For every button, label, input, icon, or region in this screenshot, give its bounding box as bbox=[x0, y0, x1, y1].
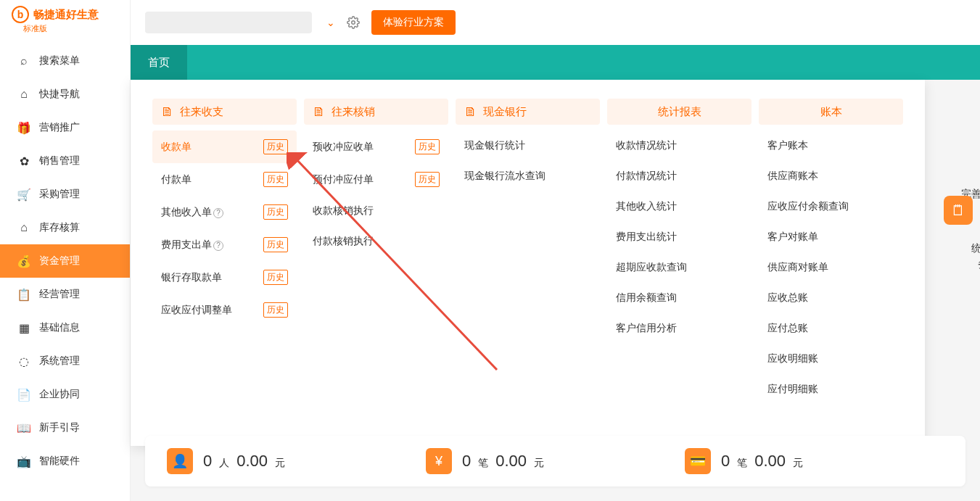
mega-menu-item[interactable]: 客户账本 bbox=[759, 131, 903, 161]
sidebar-item-sales[interactable]: ✿销售管理 bbox=[0, 144, 130, 178]
mega-menu-item-label: 信用余额查询 bbox=[616, 291, 677, 305]
clipboard-icon: 📋 bbox=[17, 288, 30, 301]
sidebar-item-label: 库存核算 bbox=[39, 221, 80, 234]
mega-menu-item-label: 其他收入单? bbox=[161, 206, 223, 219]
brand-icon: b bbox=[12, 6, 29, 23]
help-icon[interactable]: ? bbox=[213, 241, 223, 251]
mega-column: 统计报表收款情况统计付款情况统计其他收入统计费用支出统计超期应收款查询信用余额查… bbox=[607, 99, 752, 427]
sidebar-item-operation[interactable]: 📋经营管理 bbox=[0, 278, 130, 311]
mega-menu-item-label: 供应商账本 bbox=[767, 170, 818, 183]
history-badge[interactable]: 历史 bbox=[263, 139, 288, 154]
sidebar-item-label: 基础信息 bbox=[39, 321, 80, 334]
mega-menu-item[interactable]: 应收总账 bbox=[759, 283, 903, 313]
company-selector[interactable] bbox=[145, 12, 312, 33]
gear-icon: ◌ bbox=[17, 355, 30, 368]
mega-menu-item-label: 费用支出统计 bbox=[616, 231, 677, 244]
history-badge[interactable]: 历史 bbox=[263, 172, 288, 187]
mega-menu-item[interactable]: 应付总账 bbox=[759, 313, 903, 344]
sidebar-item-basicinfo[interactable]: ▦基础信息 bbox=[0, 311, 130, 344]
search-icon: ⌕ bbox=[17, 54, 30, 67]
mega-menu-item[interactable]: 供应商账本 bbox=[759, 161, 903, 191]
sidebar-item-guide[interactable]: 📖新手引导 bbox=[0, 411, 130, 444]
mega-menu-item[interactable]: 信用余额查询 bbox=[607, 283, 752, 313]
mega-menu-item[interactable]: 供应商对账单 bbox=[759, 252, 903, 283]
sidebar-item-collab[interactable]: 📄企业协同 bbox=[0, 378, 130, 411]
stat-text: 0人 0.00元 bbox=[203, 452, 285, 471]
settings-icon[interactable] bbox=[347, 16, 360, 29]
mega-menu-item[interactable]: 其他收入统计 bbox=[607, 191, 752, 222]
sidebar-item-label: 经营管理 bbox=[39, 288, 80, 301]
brand-logo: b 畅捷通好生意 bbox=[0, 0, 130, 26]
document-icon: 🗎 bbox=[161, 104, 174, 120]
mega-menu-item[interactable]: 收款情况统计 bbox=[607, 131, 752, 161]
mega-menu-item[interactable]: 预付冲应付单历史 bbox=[304, 163, 448, 196]
mega-column-title: 账本 bbox=[820, 105, 842, 119]
brand-name: 畅捷通好生意 bbox=[33, 8, 99, 22]
mega-menu-item[interactable]: 付款情况统计 bbox=[607, 161, 752, 191]
mega-menu-item[interactable]: 费用支出单?历史 bbox=[152, 228, 297, 261]
sidebar-item-label: 系统管理 bbox=[39, 355, 80, 368]
try-plan-button[interactable]: 体验行业方案 bbox=[371, 10, 456, 35]
mega-menu-item[interactable]: 预收冲应收单历史 bbox=[304, 131, 448, 163]
history-badge[interactable]: 历史 bbox=[415, 172, 440, 187]
mega-menu-item[interactable]: 超期应收款查询 bbox=[607, 252, 752, 283]
sidebar-item-purchase[interactable]: 🛒采购管理 bbox=[0, 178, 130, 211]
mega-menu-item[interactable]: 应付明细账 bbox=[759, 374, 903, 405]
brand-edition: 标准版 bbox=[23, 23, 130, 38]
mega-menu-item-label: 应收应付余额查询 bbox=[767, 200, 849, 213]
mega-menu-item[interactable]: 银行存取款单历史 bbox=[152, 261, 297, 294]
mega-menu-item-label: 应付明细账 bbox=[767, 383, 818, 396]
sidebar-item-hardware[interactable]: 📺智能硬件 bbox=[0, 444, 130, 478]
mega-menu-item[interactable]: 客户对账单 bbox=[759, 222, 903, 252]
sidebar-item-search[interactable]: ⌕搜索菜单 bbox=[0, 44, 130, 78]
sidebar-item-system[interactable]: ◌系统管理 bbox=[0, 344, 130, 378]
stat-text: 0笔 0.00元 bbox=[462, 452, 544, 471]
mega-menu-item[interactable]: 收款单历史 bbox=[152, 131, 297, 163]
history-badge[interactable]: 历史 bbox=[263, 204, 288, 220]
sidebar-item-inventory[interactable]: ⌂库存核算 bbox=[0, 211, 130, 244]
mega-menu-item[interactable]: 应收应付调整单历史 bbox=[152, 294, 297, 326]
report-icon[interactable]: 🗒 bbox=[944, 196, 973, 225]
mega-menu-item[interactable]: 客户信用分析 bbox=[607, 313, 752, 344]
tab-strip: 首页 bbox=[131, 45, 980, 80]
money-icon: 💰 bbox=[17, 254, 30, 268]
sidebar-item-label: 快捷导航 bbox=[39, 88, 80, 101]
help-icon[interactable]: ? bbox=[213, 208, 223, 218]
mega-menu-item[interactable]: 现金银行流水查询 bbox=[456, 161, 600, 191]
sidebar-item-label: 销售管理 bbox=[39, 154, 80, 167]
mega-menu-item[interactable]: 应收应付余额查询 bbox=[759, 191, 903, 222]
sidebar-item-finance[interactable]: 💰资金管理 bbox=[0, 244, 130, 278]
sidebar: b 畅捷通好生意 标准版 ⌕搜索菜单 ⌂快捷导航 🎁营销推广 ✿销售管理 🛒采购… bbox=[0, 0, 131, 501]
doc-icon: 📄 bbox=[17, 388, 30, 401]
mega-menu-item[interactable]: 付款单历史 bbox=[152, 163, 297, 196]
history-badge[interactable]: 历史 bbox=[263, 302, 288, 318]
tag-icon: ✿ bbox=[17, 154, 30, 167]
mega-menu-item-label: 预付冲应付单 bbox=[313, 173, 374, 186]
wallet-icon: 💳 bbox=[685, 448, 711, 474]
stat-item: ¥ 0笔 0.00元 bbox=[426, 448, 685, 474]
history-badge[interactable]: 历史 bbox=[263, 270, 288, 285]
sidebar-item-label: 企业协同 bbox=[39, 388, 80, 401]
mega-menu-item-label: 收款核销执行 bbox=[313, 204, 374, 218]
tab-home[interactable]: 首页 bbox=[131, 45, 187, 80]
mega-menu-item[interactable]: 现金银行统计 bbox=[456, 131, 600, 161]
cart-icon: 🛒 bbox=[17, 188, 30, 201]
mega-menu-item[interactable]: 收款核销执行 bbox=[304, 196, 448, 226]
chevron-down-icon[interactable]: ⌄ bbox=[326, 17, 335, 28]
history-badge[interactable]: 历史 bbox=[415, 139, 440, 154]
sidebar-item-label: 搜索菜单 bbox=[39, 54, 80, 67]
mega-menu-item-label: 其他收入统计 bbox=[616, 200, 677, 213]
mega-menu-item[interactable]: 应收明细账 bbox=[759, 344, 903, 374]
mega-menu-item[interactable]: 费用支出统计 bbox=[607, 222, 752, 252]
stat-text: 0笔 0.00元 bbox=[721, 452, 803, 471]
mega-menu-item-label: 付款情况统计 bbox=[616, 170, 677, 183]
sidebar-item-quicknav[interactable]: ⌂快捷导航 bbox=[0, 78, 130, 111]
mega-menu-item-label: 现金银行统计 bbox=[464, 139, 525, 152]
mega-menu-item[interactable]: 付款核销执行 bbox=[304, 226, 448, 257]
mega-menu-item[interactable]: 其他收入单?历史 bbox=[152, 196, 297, 228]
sidebar-item-marketing[interactable]: 🎁营销推广 bbox=[0, 111, 130, 144]
mega-menu-item-label: 应付总账 bbox=[767, 322, 808, 335]
sidebar-nav: ⌕搜索菜单 ⌂快捷导航 🎁营销推广 ✿销售管理 🛒采购管理 ⌂库存核算 💰资金管… bbox=[0, 38, 130, 478]
mega-column: 🗎往来收支收款单历史付款单历史其他收入单?历史费用支出单?历史银行存取款单历史应… bbox=[152, 99, 297, 427]
history-badge[interactable]: 历史 bbox=[263, 237, 288, 252]
